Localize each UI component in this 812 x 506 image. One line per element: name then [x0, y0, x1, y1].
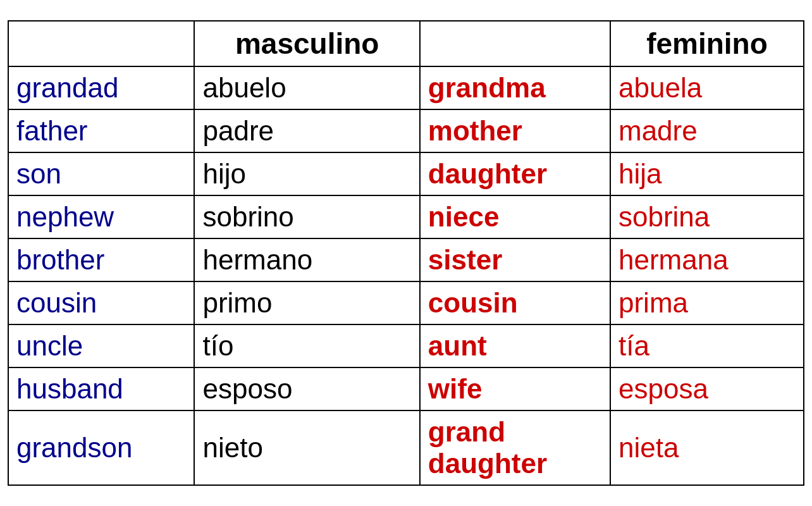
english-feminine: daughter [420, 152, 610, 195]
spanish-feminine: hija [610, 152, 804, 195]
spanish-masculine: tío [194, 324, 419, 367]
english-masculine: grandson [8, 410, 194, 485]
spanish-masculine: esposo [194, 367, 419, 410]
english-feminine: sister [420, 238, 610, 281]
spanish-feminine: nieta [610, 410, 804, 485]
col-header-empty1 [8, 21, 194, 66]
spanish-masculine: padre [194, 109, 419, 152]
spanish-feminine: hermana [610, 238, 804, 281]
spanish-feminine: esposa [610, 367, 804, 410]
english-masculine: uncle [8, 324, 194, 367]
spanish-feminine: prima [610, 281, 804, 324]
vocabulary-table-wrapper: masculino feminino grandadabuelograndmaa… [8, 20, 804, 486]
spanish-masculine: hermano [194, 238, 419, 281]
spanish-masculine: primo [194, 281, 419, 324]
spanish-feminine: sobrina [610, 195, 804, 238]
col-header-empty2 [420, 21, 610, 66]
english-feminine: aunt [420, 324, 610, 367]
header-row: masculino feminino [8, 21, 804, 66]
spanish-feminine: abuela [610, 66, 804, 109]
english-masculine: grandad [8, 66, 194, 109]
spanish-masculine: sobrino [194, 195, 419, 238]
spanish-feminine: madre [610, 109, 804, 152]
spanish-masculine: nieto [194, 410, 419, 485]
english-masculine: father [8, 109, 194, 152]
table-row: grandsonnietogranddaughternieta [8, 410, 804, 485]
english-masculine: nephew [8, 195, 194, 238]
english-feminine: grandma [420, 66, 610, 109]
english-masculine: son [8, 152, 194, 195]
english-masculine: cousin [8, 281, 194, 324]
spanish-masculine: hijo [194, 152, 419, 195]
spanish-masculine: abuelo [194, 66, 419, 109]
english-feminine: niece [420, 195, 610, 238]
col-header-masculino: masculino [194, 21, 419, 66]
table-row: husbandesposowifeesposa [8, 367, 804, 410]
table-row: uncletíoaunttía [8, 324, 804, 367]
spanish-feminine: tía [610, 324, 804, 367]
english-masculine: brother [8, 238, 194, 281]
table-row: cousinprimocousinprima [8, 281, 804, 324]
english-feminine: granddaughter [420, 410, 610, 485]
english-masculine: husband [8, 367, 194, 410]
table-row: brotherhermanosisterhermana [8, 238, 804, 281]
table-row: fatherpadremothermadre [8, 109, 804, 152]
col-header-feminino: feminino [610, 21, 804, 66]
english-feminine: cousin [420, 281, 610, 324]
table-row: sonhijodaughterhija [8, 152, 804, 195]
table-row: nephewsobrinoniecesobrina [8, 195, 804, 238]
table-row: grandadabuelograndmaabuela [8, 66, 804, 109]
vocabulary-table: masculino feminino grandadabuelograndmaa… [8, 20, 804, 486]
english-feminine: wife [420, 367, 610, 410]
english-feminine: mother [420, 109, 610, 152]
